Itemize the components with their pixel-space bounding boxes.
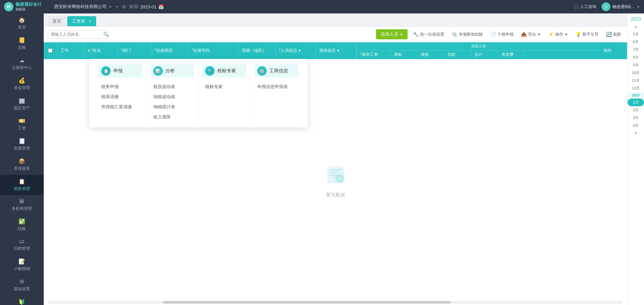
main-layout: 🏠 首页 📒 总账 ☁ 云报表中心 💰 资金管理 🏢 固定资产 💴 工资 🧾 发… — [0, 13, 644, 305]
individual-tax-button[interactable]: 📄 个税申报 — [488, 30, 516, 39]
timeline-month-9[interactable]: 9月 — [628, 61, 644, 69]
timeline-month-11[interactable]: 11月 — [628, 77, 644, 84]
th-cert-type: *证据类型 — [151, 42, 188, 59]
dropdown-item-income-calc[interactable]: 收入测算 — [151, 112, 194, 122]
archive-icon: 🗂 — [19, 238, 25, 244]
sidebar-item-cloud-report[interactable]: ☁ 云报表中心 — [0, 54, 44, 74]
sort-icon-name[interactable]: ⇅ — [87, 49, 90, 52]
settings-icon[interactable]: ⚙ — [122, 4, 126, 9]
timeline-month-8[interactable]: 8月 — [628, 53, 644, 61]
th-status-label: *人员状态 — [279, 48, 297, 53]
search-box[interactable]: 🔍 — [48, 30, 108, 39]
dropdown-item-annual-report[interactable]: 年报信息申报表 — [255, 82, 299, 92]
guide-nav-icon: 💡 — [575, 32, 581, 37]
select-all-checkbox[interactable] — [48, 48, 52, 53]
social-insurance-label: 统一社保设置 — [420, 32, 444, 37]
sidebar-item-closing[interactable]: ✅ 结账 — [0, 215, 44, 235]
sidebar-item-invoice[interactable]: 🧾 发票管理 — [0, 135, 44, 155]
user-area[interactable]: U 畅捷通B组... ▼ — [602, 2, 640, 11]
filter-report-icon[interactable]: ▼ — [337, 49, 340, 52]
guide-button[interactable]: 💡 新手引导 — [573, 30, 601, 39]
sidebar-item-guide[interactable]: 🔰 新手引导 — [0, 295, 44, 305]
individual-tax-icon: 📄 — [490, 32, 496, 37]
timeline-month-10[interactable]: 10月 — [628, 69, 644, 77]
sidebar-label-ledger: 总账 — [18, 45, 26, 50]
sidebar-label-expense: 小畅报销 — [14, 266, 30, 272]
sidebar-item-settings[interactable]: ⚙ 基础设置 — [0, 275, 44, 295]
sidebar-item-expense[interactable]: 📝 小畅报销 — [0, 255, 44, 275]
settings-nav-icon: ⚙ — [20, 278, 24, 285]
timeline-month-2[interactable]: 2月 — [628, 106, 644, 114]
headset-icon: 🎧 — [574, 4, 579, 9]
period-value: 2023-01 — [140, 4, 156, 9]
dropdown-item-tax-fluctuation[interactable]: 纳税波动表 — [151, 92, 194, 102]
search-icon: 🔍 — [103, 32, 109, 37]
unified-social-insurance-button[interactable]: 🔧 统一社保设置 — [411, 30, 446, 39]
th-report-status-label: 报送状态 — [319, 48, 336, 53]
calendar-icon[interactable]: 📅 — [158, 4, 164, 9]
tab-home[interactable]: 首页 — [48, 16, 66, 26]
dropdown-section-business-header: 🏢 工商信息 — [255, 64, 299, 78]
tab-salary[interactable]: 工资表 ✕ — [67, 16, 96, 26]
operation-label: 操作 — [555, 32, 563, 37]
sidebar-item-home[interactable]: 🏠 首页 — [0, 13, 44, 34]
svg-point-6 — [336, 175, 343, 182]
sidebar-item-tax[interactable]: 📋 税务管理 — [0, 175, 44, 195]
timeline-down-button[interactable]: ▼ — [633, 129, 639, 137]
support-button[interactable]: 🎧 人工咨询 — [574, 4, 596, 10]
empty-state-icon — [322, 161, 349, 188]
timeline-year-2023: 2023 — [628, 93, 644, 98]
add-company-button[interactable]: + — [115, 4, 118, 10]
svg-rect-3 — [331, 172, 337, 174]
export-button[interactable]: 📤 导出 ▼ — [519, 30, 543, 39]
timeline-month-4[interactable]: 4月 — [628, 122, 644, 129]
dropdown-item-tax-burden[interactable]: 税负波动表 — [151, 82, 194, 92]
timeline-month-7[interactable]: 7月 — [628, 46, 644, 53]
operation-button[interactable]: ⚡ 操作 ▼ — [546, 30, 570, 39]
business-icon: 🏢 — [257, 66, 267, 76]
svg-rect-7 — [338, 178, 341, 178]
sidebar-item-funds[interactable]: 💰 资金管理 — [0, 74, 44, 94]
sidebar-item-assets[interactable]: 🏢 固定资产 — [0, 94, 44, 114]
dropdown-section-declaration: 📋 申报 税务申报 税表清册 所得税汇算清缴 — [94, 64, 147, 122]
th-checkbox[interactable] — [44, 42, 57, 59]
sidebar-item-ledger[interactable]: 📒 总账 — [0, 34, 44, 54]
sidebar: 🏠 首页 📒 总账 ☁ 云报表中心 💰 资金管理 🏢 固定资产 💴 工资 🧾 发… — [0, 13, 44, 305]
period-area: 账期 2023-01 📅 — [129, 4, 164, 10]
th-id: 工号 — [57, 42, 84, 59]
timeline-month-3[interactable]: 3月 — [628, 114, 644, 122]
timeline-panel: 2023 ▲ 5月 6月 7月 8月 9月 10月 11月 12月 2023 1… — [627, 13, 644, 305]
sidebar-item-multi-org[interactable]: 🏛 多机构管理 — [0, 195, 44, 215]
cloud-icon: ☁ — [19, 57, 25, 64]
company-selector[interactable]: 西安虾米网络科技有限公司 ▼ — [54, 4, 112, 10]
timeline-month-5[interactable]: 5月 — [628, 30, 644, 38]
refresh-button[interactable]: 🔄 刷新 — [604, 30, 623, 39]
filter-status-icon[interactable]: ▼ — [298, 49, 301, 52]
add-person-button[interactable]: 添加人员 ▼ — [376, 29, 408, 39]
h-scrollbar-thumb[interactable] — [163, 301, 451, 304]
export-dropdown-icon: ▼ — [537, 33, 541, 36]
sidebar-item-salary[interactable]: 💴 工资 — [0, 114, 44, 135]
logo-text: 畅捷通好会计 — [15, 2, 42, 7]
dropdown-item-tax-stats[interactable]: 纳税统计表 — [151, 102, 194, 112]
logo-area: 好 畅捷通好会计 旗舰版 — [4, 2, 42, 12]
timeline-month-12[interactable]: 12月 — [628, 84, 644, 92]
sidebar-item-inventory[interactable]: 📦 库存核算 — [0, 155, 44, 175]
search-input[interactable] — [51, 32, 101, 37]
wages-group: 应发工资 *基本工资 津贴 绩效 扣款 合计 养老费 — [356, 42, 600, 59]
timeline-up-button[interactable]: ▲ — [633, 23, 639, 30]
timeline-month-1[interactable]: 1月 — [628, 99, 644, 106]
th-cert-type-label: *证据类型 — [155, 48, 173, 53]
dropdown-item-tax-form[interactable]: 税表清册 — [99, 92, 142, 102]
special-deduction-button[interactable]: 📎 专项附加扣除 — [450, 30, 485, 39]
timeline-month-6[interactable]: 6月 — [628, 38, 644, 46]
tab-close-icon[interactable]: ✕ — [88, 19, 91, 23]
add-person-label: 添加人员 — [381, 31, 398, 37]
dropdown-item-tax-expert[interactable]: 税检专家 — [202, 82, 246, 92]
declaration-icon: 📋 — [101, 66, 111, 76]
dropdown-item-tax-declaration[interactable]: 税务申报 — [99, 82, 142, 92]
sidebar-item-archive[interactable]: 🗂 归档管理 — [0, 235, 44, 255]
dropdown-item-income-tax[interactable]: 所得税汇算清缴 — [99, 102, 142, 112]
dropdown-section-analysis-header: 📊 分析 — [151, 64, 194, 78]
h-scrollbar[interactable] — [48, 301, 623, 304]
